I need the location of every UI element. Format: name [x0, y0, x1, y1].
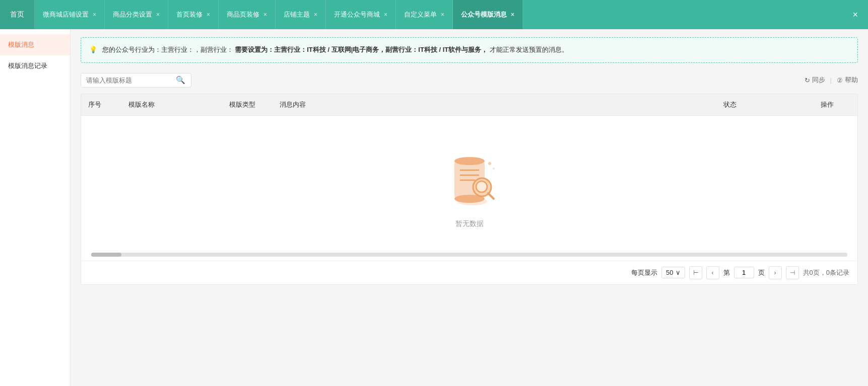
- scrollbar-track: [91, 253, 847, 257]
- nav-tab-openstore[interactable]: 开通公众号商城 ×: [326, 0, 396, 29]
- content-area: 💡 您的公众号行业为：主营行业：，副营行业： 需要设置为：主营行业：IT科技 /…: [71, 29, 868, 386]
- page-unit: 页: [758, 268, 765, 277]
- divider: |: [830, 76, 832, 84]
- th-status: 状态: [716, 94, 797, 115]
- help-icon: ②: [837, 76, 843, 84]
- productpage-tab-label: 商品页装修: [227, 10, 259, 19]
- templatemsg-tab-label: 公众号模版消息: [461, 10, 507, 19]
- empty-illustration: [439, 146, 500, 211]
- scrollbar-thumb: [91, 253, 121, 257]
- svg-point-8: [476, 181, 487, 192]
- chevron-down-icon: ∨: [676, 269, 681, 276]
- sync-label: 同步: [812, 75, 825, 85]
- nav-tab-homepage[interactable]: 首页装修 ×: [168, 0, 219, 29]
- page-size-label: 每页显示: [631, 268, 657, 277]
- empty-state: 暂无数据: [81, 116, 857, 249]
- help-label: 帮助: [845, 75, 858, 85]
- category-tab-close[interactable]: ×: [156, 11, 160, 18]
- home-tab-label: 首页: [10, 10, 24, 19]
- page-label: 第: [723, 268, 730, 277]
- svg-line-9: [488, 193, 494, 199]
- close-all-button[interactable]: ×: [842, 0, 868, 29]
- th-seq: 序号: [81, 94, 121, 115]
- pagination: 每页显示 50 ∨ ⊢ ‹ 第 页 › ⊣ 共0页，0条记录: [81, 261, 857, 284]
- top-nav: 首页 微商城店铺设置 × 商品分类设置 × 首页装修 × 商品页装修 × 店铺主…: [0, 0, 868, 29]
- search-bar: 🔍 ↻ 同步 | ② 帮助: [81, 73, 858, 88]
- horizontal-scrollbar[interactable]: [81, 249, 857, 261]
- prev-page-button[interactable]: ‹: [706, 266, 719, 279]
- search-input[interactable]: [81, 73, 172, 87]
- page-size-value: 50: [666, 269, 673, 276]
- sidebar: 模版消息 模版消息记录: [0, 29, 71, 386]
- main-layout: 模版消息 模版消息记录 💡 您的公众号行业为：主营行业：，副营行业： 需要设置为…: [0, 29, 868, 386]
- th-type: 模版类型: [222, 94, 273, 115]
- nav-tab-weishop[interactable]: 微商城店铺设置 ×: [35, 0, 105, 29]
- nav-tab-productpage[interactable]: 商品页装修 ×: [219, 0, 276, 29]
- weishop-tab-label: 微商城店铺设置: [43, 10, 89, 19]
- next-page-button[interactable]: ›: [769, 266, 782, 279]
- table-header: 序号 模版名称 模版类型 消息内容 状态 操作: [81, 94, 857, 116]
- weishop-tab-close[interactable]: ×: [93, 11, 96, 18]
- nav-tab-category[interactable]: 商品分类设置 ×: [105, 0, 168, 29]
- svg-point-11: [493, 168, 495, 170]
- custommenu-tab-label: 自定义菜单: [404, 10, 437, 19]
- openstore-tab-label: 开通公众号商城: [334, 10, 380, 19]
- sidebar-item-template-msg-record[interactable]: 模版消息记录: [0, 55, 70, 76]
- last-page-button[interactable]: ⊣: [786, 266, 799, 279]
- help-button[interactable]: ② 帮助: [837, 75, 858, 85]
- notice-box: 💡 您的公众号行业为：主营行业：，副营行业： 需要设置为：主营行业：IT科技 /…: [81, 37, 858, 63]
- svg-point-10: [488, 162, 491, 165]
- nav-tab-templatemsg[interactable]: 公众号模版消息 ×: [453, 0, 523, 29]
- sidebar-item-template-msg[interactable]: 模版消息: [0, 34, 70, 55]
- page-number-input[interactable]: [734, 267, 754, 278]
- search-input-wrap: 🔍: [81, 73, 191, 88]
- custommenu-tab-close[interactable]: ×: [441, 11, 444, 18]
- empty-text: 暂无数据: [455, 219, 484, 228]
- theme-tab-label: 店铺主题: [284, 10, 310, 19]
- th-content: 消息内容: [273, 94, 716, 115]
- search-button[interactable]: 🔍: [172, 75, 189, 85]
- total-info: 共0页，0条记录: [803, 268, 849, 277]
- bulb-icon: 💡: [89, 46, 97, 53]
- openstore-tab-close[interactable]: ×: [384, 11, 387, 18]
- productpage-tab-close[interactable]: ×: [263, 11, 267, 18]
- nav-tab-theme[interactable]: 店铺主题 ×: [276, 0, 326, 29]
- nav-tab-custommenu[interactable]: 自定义菜单 ×: [396, 0, 453, 29]
- sync-icon: ↻: [805, 76, 810, 84]
- svg-point-2: [454, 157, 485, 165]
- page-size-select[interactable]: 50 ∨: [661, 267, 685, 278]
- category-tab-label: 商品分类设置: [113, 10, 152, 19]
- data-table: 序号 模版名称 模版类型 消息内容 状态 操作: [81, 94, 858, 285]
- th-action: 操作: [797, 94, 857, 115]
- notice-suffix: 才能正常发送预置的消息。: [490, 46, 568, 53]
- homepage-tab-close[interactable]: ×: [207, 11, 210, 18]
- th-name: 模版名称: [121, 94, 222, 115]
- theme-tab-close[interactable]: ×: [314, 11, 317, 18]
- notice-prefix: 您的公众号行业为：主营行业：，副营行业：: [102, 46, 233, 53]
- sync-button[interactable]: ↻ 同步: [805, 75, 825, 85]
- homepage-tab-label: 首页装修: [176, 10, 203, 19]
- templatemsg-tab-close[interactable]: ×: [511, 11, 514, 18]
- notice-highlight: 需要设置为：主营行业：IT科技 / 互联网|电子商务，副营行业：IT科技 / I…: [235, 46, 488, 53]
- first-page-button[interactable]: ⊢: [689, 266, 702, 279]
- search-actions: ↻ 同步 | ② 帮助: [805, 75, 858, 85]
- nav-tab-home[interactable]: 首页: [0, 0, 35, 29]
